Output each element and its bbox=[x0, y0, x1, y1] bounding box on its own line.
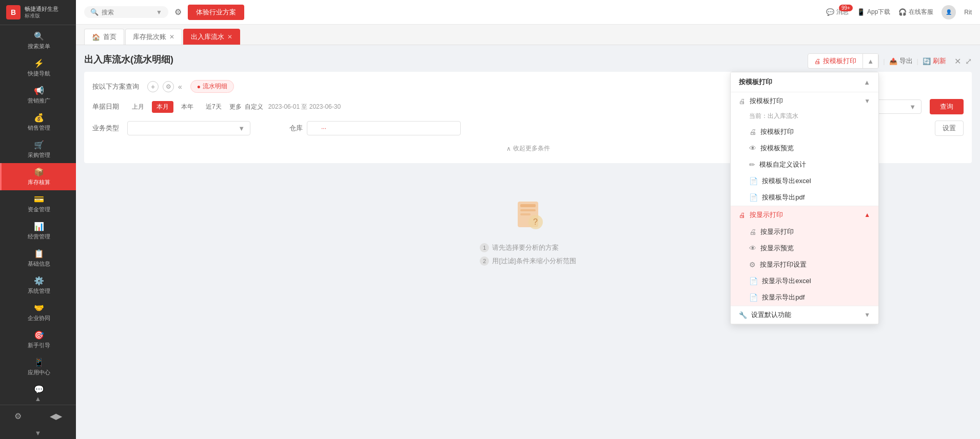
sidebar-settings-btn[interactable]: ⚙ bbox=[12, 409, 24, 423]
logo-icon: B bbox=[6, 5, 21, 19]
tab-flow-detail[interactable]: 出入库流水 ✕ bbox=[183, 29, 240, 45]
collapse-btn[interactable]: ∧ 收起更多条件 bbox=[506, 144, 550, 153]
guide-icon: 🎯 bbox=[34, 330, 44, 340]
display-print-item[interactable]: 🖨 按显示打印 bbox=[731, 224, 878, 240]
date-more-btn[interactable]: 更多 bbox=[229, 103, 242, 111]
tab-batch-account[interactable]: 库存批次账 ✕ bbox=[125, 29, 182, 45]
collapse-label: 收起更多条件 bbox=[513, 144, 550, 153]
sidebar: B 畅捷通好生意 标准版 🔍 搜索菜单 ⚡ 快捷导航 📢 营销推广 💰 销 bbox=[0, 0, 76, 439]
collab-icon: 🤝 bbox=[34, 303, 44, 313]
warehouse-more[interactable]: ··· bbox=[321, 125, 326, 132]
flow-chip[interactable]: ● 流水明细 bbox=[190, 80, 234, 93]
search-icon: 🔍 bbox=[34, 31, 44, 41]
industry-btn[interactable]: 体验行业方案 bbox=[188, 5, 244, 20]
current-template-label: 当前：出入库流水 bbox=[731, 110, 878, 124]
empty-hint-2: 2 用[过滤]条件来缩小分析范围 bbox=[480, 256, 576, 266]
search-icon: 🔍 bbox=[90, 8, 99, 16]
template-print-header[interactable]: 🖨 按模板打印 ▼ bbox=[731, 92, 878, 110]
print-btn[interactable]: 🖨 按模板打印 bbox=[808, 54, 863, 68]
sidebar-item-search[interactable]: 🔍 搜索菜单 bbox=[0, 27, 76, 54]
topbar-online-service[interactable]: 🎧 在线客服 bbox=[898, 8, 933, 16]
sidebar-scroll-down[interactable]: ▼ bbox=[0, 427, 76, 439]
tab-flow-close[interactable]: ✕ bbox=[227, 33, 232, 41]
filter-collapse-btn[interactable]: « bbox=[178, 83, 182, 91]
hint-num-2: 2 bbox=[480, 256, 489, 266]
template-export-pdf-item[interactable]: 📄 按模板导出pdf bbox=[731, 189, 878, 206]
sidebar-item-operation[interactable]: 📊 经营管理 bbox=[0, 217, 76, 245]
sidebar-item-label: 基础信息 bbox=[28, 260, 50, 268]
filter-setting-btn[interactable]: ⚙ bbox=[163, 81, 174, 92]
set-default-section: 🔧 设置默认功能 ▼ bbox=[731, 306, 878, 324]
svg-rect-1 bbox=[520, 204, 536, 207]
print-dropdown-close[interactable]: ▲ bbox=[864, 78, 870, 86]
collapse-icon: ∧ bbox=[506, 145, 511, 152]
date-last-month[interactable]: 上月 bbox=[127, 101, 149, 113]
sidebar-item-system[interactable]: ⚙️ 系统管理 bbox=[0, 272, 76, 299]
sidebar-item-guide[interactable]: 🎯 新手引导 bbox=[0, 326, 76, 353]
sidebar-item-marketing[interactable]: 📢 营销推广 bbox=[0, 82, 76, 109]
print-dropdown-toggle[interactable]: ▲ bbox=[863, 55, 878, 68]
search-dropdown-icon[interactable]: ▼ bbox=[156, 9, 162, 16]
sidebar-item-collab[interactable]: 🤝 企业协同 bbox=[0, 299, 76, 326]
set-default-header[interactable]: 🔧 设置默认功能 ▼ bbox=[731, 306, 878, 324]
filter-actions: + ⚙ « bbox=[147, 81, 182, 92]
username-label[interactable]: Rit bbox=[964, 9, 972, 16]
business-type-label: 业务类型 bbox=[92, 124, 119, 133]
hint-text-1: 请先选择要分析的方案 bbox=[492, 243, 559, 252]
sidebar-item-basic[interactable]: 📋 基础信息 bbox=[0, 245, 76, 272]
template-custom-item[interactable]: ✏ 模板自定义设计 bbox=[731, 156, 878, 173]
sidebar-expand-btn[interactable]: ◀▶ bbox=[48, 409, 64, 423]
window-close-btn[interactable]: ✕ bbox=[954, 56, 961, 66]
date-last-7-days[interactable]: 近7天 bbox=[201, 101, 226, 113]
sidebar-item-wechat[interactable]: 💬 企业微信 bbox=[0, 381, 76, 393]
display-export-pdf-item[interactable]: 📄 按显示导出pdf bbox=[731, 289, 878, 306]
doc-type-arrow[interactable]: ▼ bbox=[909, 103, 916, 111]
sidebar-item-label: 资金管理 bbox=[28, 206, 50, 213]
template-export-excel-item[interactable]: 📄 按模板导出excel bbox=[731, 173, 878, 189]
display-print-settings-item[interactable]: ⚙ 按显示打印设置 bbox=[731, 256, 878, 273]
refresh-btn[interactable]: 🔄 刷新 bbox=[923, 56, 946, 66]
template-print-item[interactable]: 🖨 按模板打印 bbox=[731, 124, 878, 140]
display-print-header[interactable]: 🖨 按显示打印 ▲ bbox=[731, 206, 878, 224]
settings-button[interactable]: 设置 bbox=[935, 121, 964, 136]
refresh-icon: 🔄 bbox=[923, 57, 931, 65]
sidebar-item-app-center[interactable]: 📱 应用中心 bbox=[0, 353, 76, 381]
topbar-message[interactable]: 💬 消息 99+ bbox=[826, 8, 849, 16]
edit-icon: ✏ bbox=[749, 161, 755, 169]
preview-icon: 👁 bbox=[749, 144, 756, 152]
tab-batch-close[interactable]: ✕ bbox=[169, 33, 174, 41]
page-title: 出入库流水(流水明细) bbox=[84, 53, 173, 66]
user-avatar[interactable]: 👤 bbox=[942, 5, 956, 19]
topbar-app-download[interactable]: 📱 App下载 bbox=[857, 8, 890, 16]
business-type-select[interactable]: ▼ bbox=[127, 121, 250, 135]
date-current-month[interactable]: 本月 bbox=[152, 101, 173, 113]
sidebar-item-inventory[interactable]: 📦 库存核算 bbox=[0, 163, 76, 190]
template-print-label: 🖨 按模板打印 bbox=[739, 96, 783, 106]
sidebar-scroll-up[interactable]: ▲ bbox=[0, 393, 76, 405]
date-this-year[interactable]: 本年 bbox=[177, 101, 198, 113]
window-maximize-btn[interactable]: ⤢ bbox=[965, 56, 972, 66]
template-preview-item[interactable]: 👁 按模板预览 bbox=[731, 140, 878, 156]
system-icon: ⚙️ bbox=[34, 276, 44, 286]
main-area: 🔍 ▼ ⚙ 体验行业方案 💬 消息 99+ 📱 App下载 🎧 在线客服 bbox=[76, 0, 980, 439]
sidebar-item-purchase[interactable]: 🛒 采购管理 bbox=[0, 136, 76, 163]
topbar-gear-icon[interactable]: ⚙ bbox=[174, 7, 182, 17]
display-print-label: 🖨 按显示打印 bbox=[739, 210, 783, 220]
warehouse-select[interactable]: ··· bbox=[307, 121, 461, 135]
print-actions-wrapper: 🖨 按模板打印 ▲ 按模板打印 ▲ bbox=[808, 53, 879, 69]
tab-home[interactable]: 🏠 首页 bbox=[84, 29, 124, 45]
filter-add-btn[interactable]: + bbox=[147, 81, 159, 92]
display-preview-item[interactable]: 👁 按显示预览 bbox=[731, 240, 878, 256]
query-button[interactable]: 查询 bbox=[930, 99, 964, 114]
export-btn[interactable]: 📤 导出 bbox=[889, 56, 913, 66]
date-custom-btn[interactable]: 自定义 bbox=[245, 103, 263, 111]
display-export-excel-item[interactable]: 📄 按显示导出excel bbox=[731, 273, 878, 289]
print-dropdown-panel: 按模板打印 ▲ 🖨 按模板打印 ▼ bbox=[730, 72, 879, 325]
business-type-arrow[interactable]: ▼ bbox=[238, 125, 245, 132]
search-input[interactable] bbox=[102, 9, 153, 16]
sidebar-item-label: 库存核算 bbox=[28, 178, 50, 186]
topbar-search-box[interactable]: 🔍 ▼ bbox=[84, 6, 168, 18]
sidebar-item-quick-nav[interactable]: ⚡ 快捷导航 bbox=[0, 54, 76, 82]
sidebar-item-finance[interactable]: 💳 资金管理 bbox=[0, 190, 76, 217]
sidebar-item-sales[interactable]: 💰 销售管理 bbox=[0, 109, 76, 136]
